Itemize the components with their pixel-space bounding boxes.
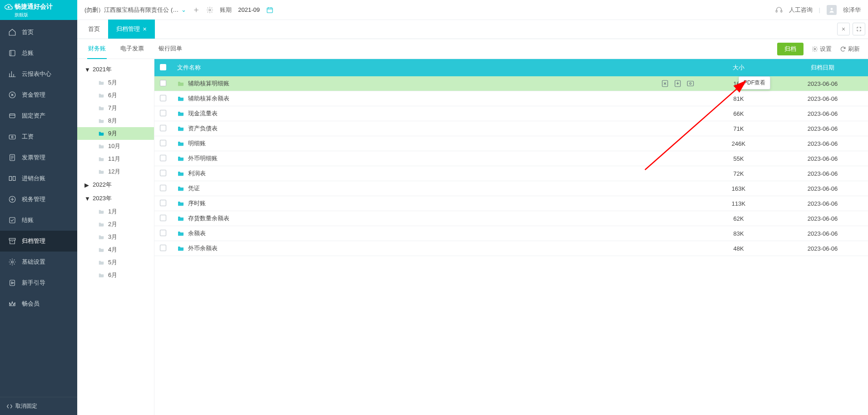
- tree-month[interactable]: 5月: [77, 76, 154, 89]
- sidebar-item-label: 税务管理: [22, 195, 45, 203]
- select-all-header[interactable]: [154, 59, 172, 76]
- sidebar-item-funds[interactable]: 资金管理: [0, 84, 77, 105]
- tree-year[interactable]: ▼2021年: [77, 63, 154, 76]
- row-checkbox[interactable]: [154, 76, 172, 91]
- username[interactable]: 徐泽华: [843, 6, 861, 14]
- view-pdf-icon[interactable]: [686, 79, 694, 88]
- row-checkbox[interactable]: [154, 211, 172, 226]
- headset-icon[interactable]: [775, 6, 783, 14]
- row-checkbox[interactable]: [154, 121, 172, 136]
- company-selector[interactable]: (勿删）江西服宝精品有限责任公 (… ⌄: [84, 6, 186, 14]
- file-name: 外币明细账: [188, 154, 218, 163]
- sidebar-item-close[interactable]: 结账: [0, 210, 77, 231]
- table-row[interactable]: 现金流量表 66K 2023-06-06: [154, 106, 868, 121]
- sidebar-item-settings[interactable]: 基础设置: [0, 252, 77, 272]
- tree-month[interactable]: 10月: [77, 140, 154, 153]
- tree-year[interactable]: ▼2023年: [77, 192, 154, 205]
- sidebar-item-invoice[interactable]: 发票管理: [0, 147, 77, 168]
- row-checkbox[interactable]: [154, 91, 172, 106]
- tree-month-label: 5月: [108, 258, 117, 267]
- table-row[interactable]: 余额表 83K 2023-06-06: [154, 226, 868, 241]
- subtab[interactable]: 财务账: [87, 39, 107, 59]
- sidebar-item-home[interactable]: 首页: [0, 22, 77, 43]
- archive-button[interactable]: 归档: [777, 43, 804, 55]
- tree-month[interactable]: 1月: [77, 205, 154, 218]
- triangle-down-icon: ▼: [84, 66, 89, 73]
- table-row[interactable]: 存货数量余额表 62K 2023-06-06: [154, 211, 868, 226]
- triangle-right-icon: ▶: [84, 182, 89, 188]
- brand-name: 畅捷通好会计: [15, 3, 53, 11]
- tree-month[interactable]: 6月: [77, 89, 154, 102]
- download-excel-icon[interactable]: [661, 79, 669, 88]
- folder-icon: [98, 234, 104, 240]
- tree-month[interactable]: 3月: [77, 231, 154, 243]
- page-tab[interactable]: 归档管理✕: [108, 20, 155, 39]
- sidebar-item-archive[interactable]: 归档管理: [0, 231, 77, 252]
- tree-month[interactable]: 6月: [77, 269, 154, 282]
- tree-month[interactable]: 7月: [77, 102, 154, 114]
- tree-month[interactable]: 4月: [77, 243, 154, 256]
- close-tab-button[interactable]: [837, 23, 850, 35]
- folder-icon: [98, 130, 104, 137]
- tree-month[interactable]: 2月: [77, 218, 154, 231]
- calendar-icon[interactable]: [266, 6, 273, 14]
- funds-icon: [8, 91, 16, 99]
- tree-month[interactable]: 5月: [77, 256, 154, 269]
- table-row[interactable]: 凭证 163K 2023-06-06: [154, 181, 868, 196]
- tree-month[interactable]: 8月: [77, 114, 154, 127]
- row-checkbox[interactable]: [154, 106, 172, 121]
- fullscreen-button[interactable]: [853, 23, 865, 35]
- folder-icon: [177, 185, 184, 192]
- add-icon[interactable]: [193, 6, 200, 14]
- row-checkbox[interactable]: [154, 241, 172, 256]
- consult-link[interactable]: 人工咨询: [789, 6, 813, 14]
- settings-link[interactable]: 设置: [812, 45, 832, 53]
- table-row[interactable]: 利润表 72K 2023-06-06: [154, 166, 868, 181]
- table-row[interactable]: 明细账 246K 2023-06-06: [154, 136, 868, 151]
- subtab[interactable]: 电子发票: [119, 39, 145, 59]
- tree-month-label: 6月: [108, 271, 117, 279]
- sidebar-item-reports[interactable]: 云报表中心: [0, 64, 77, 84]
- table-row[interactable]: 辅助核算余额表 81K 2023-06-06: [154, 91, 868, 106]
- sidebar-item-label: 归档管理: [22, 237, 45, 245]
- table-row[interactable]: 外币余额表 48K 2023-06-06: [154, 241, 868, 256]
- sidebar-item-ledger[interactable]: 总账: [0, 43, 77, 64]
- table-row[interactable]: 序时账 113K 2023-06-06: [154, 196, 868, 211]
- subtab[interactable]: 银行回单: [158, 39, 183, 59]
- sidebar-item-tax[interactable]: 税务管理: [0, 189, 77, 210]
- brand-logo: 畅捷通好会计 旗舰版: [0, 0, 77, 20]
- tree-month[interactable]: 11月: [77, 153, 154, 165]
- page-tab[interactable]: 首页: [80, 20, 108, 39]
- sidebar-item-assets[interactable]: 固定资产: [0, 105, 77, 126]
- row-checkbox[interactable]: [154, 181, 172, 196]
- row-checkbox[interactable]: [154, 226, 172, 241]
- tree-month[interactable]: 12月: [77, 165, 154, 178]
- sidebar-item-psi[interactable]: 进销台账: [0, 168, 77, 189]
- tree-year[interactable]: ▶2022年: [77, 178, 154, 192]
- table-row[interactable]: 外币明细账 55K 2023-06-06: [154, 151, 868, 166]
- svg-rect-0: [10, 50, 15, 56]
- reports-icon: [8, 70, 16, 78]
- file-table-wrap: 文件名称 大小 归档日期 辅助核算明细账 16K 2023-06: [154, 59, 868, 415]
- refresh-link[interactable]: 刷新: [840, 45, 860, 53]
- sidebar-item-guide[interactable]: 新手引导: [0, 272, 77, 293]
- folder-icon: [98, 208, 104, 215]
- close-icon[interactable]: ✕: [143, 26, 147, 32]
- table-row[interactable]: 资产负债表 71K 2023-06-06: [154, 121, 868, 136]
- gear-icon[interactable]: [206, 6, 213, 14]
- row-checkbox[interactable]: [154, 136, 172, 151]
- unpin-sidebar[interactable]: 取消固定: [0, 397, 77, 415]
- file-name: 凭证: [188, 184, 200, 193]
- row-checkbox[interactable]: [154, 151, 172, 166]
- sidebar-item-vip[interactable]: 畅会员: [0, 293, 77, 314]
- row-checkbox[interactable]: [154, 196, 172, 211]
- folder-icon: [98, 118, 104, 124]
- tree-month-label: 9月: [108, 129, 117, 138]
- avatar-icon[interactable]: [827, 5, 837, 15]
- download-pdf-icon[interactable]: [674, 79, 682, 88]
- sidebar-item-salary[interactable]: 工资: [0, 126, 77, 147]
- row-checkbox[interactable]: [154, 166, 172, 181]
- archive-icon: [8, 237, 16, 245]
- tree-month[interactable]: 9月: [77, 127, 154, 140]
- tree-month-label: 4月: [108, 246, 117, 254]
